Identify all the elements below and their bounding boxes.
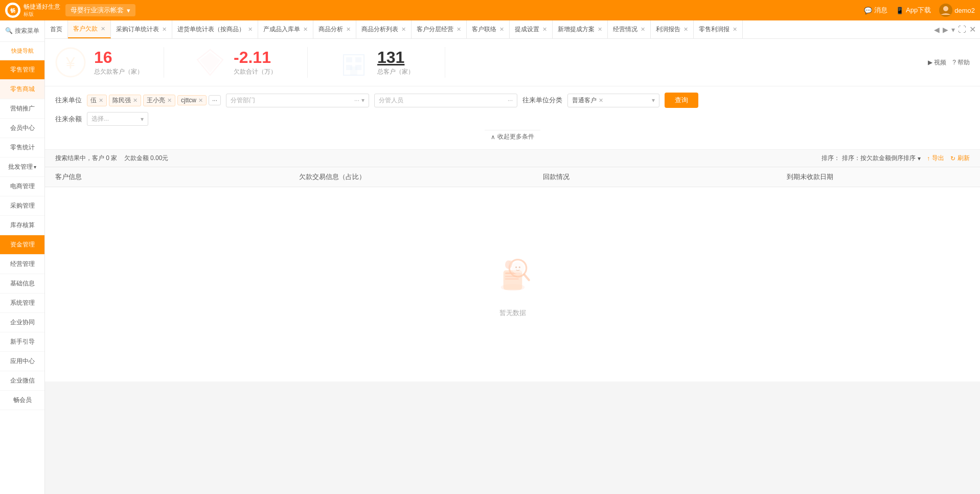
message-icon: 💬 bbox=[864, 7, 872, 14]
sidebar-item-inventory[interactable]: 库存核算 bbox=[0, 216, 44, 235]
tab-product-inbound[interactable]: 产成品入库单 ✕ bbox=[258, 20, 313, 38]
tab-close-icon[interactable]: ✕ bbox=[598, 26, 602, 33]
tab-close-icon[interactable]: ✕ bbox=[542, 26, 547, 33]
tab-close-icon[interactable]: ✕ bbox=[499, 26, 504, 33]
tab-commission-settings[interactable]: 提成设置 ✕ bbox=[510, 20, 553, 38]
tab-customer-contact[interactable]: 客户联络 ✕ bbox=[467, 20, 510, 38]
tab-new-commission[interactable]: 新增提成方案 ✕ bbox=[553, 20, 608, 38]
tag-close-chen[interactable]: ✕ bbox=[133, 97, 138, 104]
sidebar-item-guide[interactable]: 新手引导 bbox=[0, 332, 44, 352]
tab-close-icon[interactable]: ✕ bbox=[401, 26, 406, 33]
tag-close-wang[interactable]: ✕ bbox=[167, 97, 172, 104]
logo-icon: 畅 bbox=[5, 3, 20, 18]
tab-home[interactable]: 首页 bbox=[45, 20, 68, 38]
unit-type-label: 往来单位分类 bbox=[522, 96, 562, 105]
tab-bar-actions: ◀ ▶ ▾ ⛶ ✕ bbox=[930, 25, 980, 34]
tab-close-icon[interactable]: ✕ bbox=[683, 26, 688, 33]
tab-close-icon[interactable]: ✕ bbox=[303, 26, 308, 33]
col-header-2: 欠款交易信息（占比） bbox=[299, 172, 543, 182]
tab-product-analysis[interactable]: 商品分析 ✕ bbox=[313, 20, 356, 38]
tab-close-icon[interactable]: ✕ bbox=[641, 26, 645, 33]
sidebar-item-purchase[interactable]: 采购管理 bbox=[0, 196, 44, 216]
tab-retail-profit[interactable]: 零售利润报 ✕ bbox=[694, 20, 743, 38]
app-download-btn[interactable]: 📱 App下载 bbox=[896, 6, 931, 15]
video-link[interactable]: ▶ 视频 bbox=[928, 58, 946, 67]
tab-profit-report[interactable]: 利润报告 ✕ bbox=[651, 20, 694, 38]
sidebar: 🔍 搜索菜单 快捷导航 零售管理 零售商城 营销推广 会员中心 零售统计 批发管… bbox=[0, 20, 45, 494]
tab-close-icon[interactable]: ✕ bbox=[733, 26, 737, 33]
tab-customer-debt[interactable]: 客户欠款 ✕ bbox=[68, 20, 111, 38]
sidebar-item-basic-info[interactable]: 基础信息 bbox=[0, 274, 44, 294]
logo-area: 畅 畅捷通好生意 标版 bbox=[5, 3, 60, 18]
stat-value-total: 131 bbox=[377, 49, 414, 65]
messages-btn[interactable]: 💬 消息 bbox=[864, 6, 887, 15]
sort-select[interactable]: 排序： 排序：按欠款金额倒序排序 ▾ bbox=[822, 154, 921, 163]
chevron-down-icon: ▾ bbox=[652, 97, 655, 104]
tab-product-analysis-list[interactable]: 商品分析列表 ✕ bbox=[356, 20, 412, 38]
svg-rect-18 bbox=[505, 278, 519, 280]
balance-dropdown[interactable]: 选择... ▾ bbox=[87, 112, 148, 126]
dept-select[interactable]: 分管部门 ··· ▾ bbox=[226, 94, 369, 107]
tab-next-icon[interactable]: ▶ bbox=[943, 26, 948, 34]
tag-close-cjttcw[interactable]: ✕ bbox=[198, 97, 203, 104]
unit-label: 往来单位 bbox=[55, 96, 82, 105]
svg-point-23 bbox=[508, 260, 512, 265]
svg-text:¥: ¥ bbox=[65, 54, 75, 72]
sidebar-item-enterprise[interactable]: 企业协同 bbox=[0, 313, 44, 332]
sidebar-item-system[interactable]: 系统管理 bbox=[0, 294, 44, 313]
export-btn[interactable]: ↑ 导出 bbox=[927, 154, 944, 163]
tab-close-icon[interactable]: ✕ bbox=[457, 26, 461, 33]
sidebar-item-wholesale[interactable]: 批发管理 ▾ bbox=[0, 158, 44, 177]
sidebar-item-ecommerce[interactable]: 电商管理 bbox=[0, 177, 44, 196]
svg-rect-10 bbox=[355, 57, 361, 62]
person-select[interactable]: 分管人员 ··· bbox=[374, 94, 517, 107]
sort-icon: 排序： bbox=[822, 154, 840, 163]
tab-menu-icon[interactable]: ▾ bbox=[951, 26, 955, 34]
stat-block-customers: ¥ 16 总欠款客户（家） bbox=[55, 47, 164, 78]
help-link[interactable]: ? 帮助 bbox=[952, 58, 970, 67]
unit-type-select[interactable]: 普通客户 ✕ ▾ bbox=[567, 94, 659, 107]
avatar bbox=[939, 4, 952, 17]
tab-operations[interactable]: 经营情况 ✕ bbox=[608, 20, 651, 38]
refresh-btn[interactable]: ↻ 刷新 bbox=[950, 154, 970, 163]
sidebar-item-app-center[interactable]: 应用中心 bbox=[0, 352, 44, 371]
tab-expand-icon[interactable]: ⛶ bbox=[958, 25, 966, 34]
tab-close-icon[interactable]: ✕ bbox=[248, 26, 253, 33]
filter-row-2: 往来余额 选择... ▾ bbox=[55, 112, 970, 126]
tab-close-icon[interactable]: ✕ bbox=[101, 26, 105, 32]
chevron-down-icon: ▾ bbox=[141, 116, 144, 123]
page-content: ¥ 16 总欠款客户（家） bbox=[45, 39, 980, 494]
tab-close-all-icon[interactable]: ✕ bbox=[969, 25, 976, 34]
chevron-icon: ▾ bbox=[34, 164, 36, 170]
sidebar-item-operations[interactable]: 经营管理 bbox=[0, 255, 44, 274]
user-profile[interactable]: demo2 bbox=[939, 4, 975, 17]
sidebar-item-finance[interactable]: 资金管理 bbox=[0, 235, 44, 255]
collapse-btn[interactable]: ∧ 收起更多条件 bbox=[485, 130, 540, 143]
search-menu-btn[interactable]: 🔍 搜索菜单 bbox=[4, 25, 40, 37]
filter-more-btn[interactable]: ··· bbox=[209, 95, 221, 105]
sidebar-item-retail-mall[interactable]: 零售商城 bbox=[0, 80, 44, 99]
sidebar-item-retail-mgmt[interactable]: 零售管理 bbox=[0, 60, 44, 80]
filter-tag-chen: 陈民强 ✕ bbox=[109, 95, 141, 106]
unit-type-close[interactable]: ✕ bbox=[599, 97, 603, 104]
tab-close-icon[interactable]: ✕ bbox=[162, 26, 167, 33]
stat-actions: ▶ 视频 ? 帮助 bbox=[928, 58, 970, 67]
tab-customer-tier[interactable]: 客户分层经营 ✕ bbox=[412, 20, 467, 38]
sidebar-quick-nav[interactable]: 快捷导航 bbox=[0, 42, 44, 60]
sidebar-item-member[interactable]: 会员中心 bbox=[0, 119, 44, 138]
store-selector[interactable]: 母婴行业演示帐套 ▾ bbox=[65, 4, 135, 16]
sidebar-item-changyunyuan[interactable]: 畅会员 bbox=[0, 391, 44, 410]
query-button[interactable]: 查询 bbox=[665, 93, 698, 108]
svg-point-20 bbox=[512, 262, 523, 274]
sidebar-item-wechat[interactable]: 企业微信 bbox=[0, 371, 44, 391]
tab-purchase-order[interactable]: 采购订单统计表 ✕ bbox=[111, 20, 172, 38]
sidebar-item-retail-stats[interactable]: 零售统计 bbox=[0, 138, 44, 158]
tab-close-icon[interactable]: ✕ bbox=[346, 26, 351, 33]
sidebar-item-marketing[interactable]: 营销推广 bbox=[0, 99, 44, 119]
col-header-3: 回款情况 bbox=[543, 172, 787, 182]
tab-purchase-stats[interactable]: 进货单统计表（按商品） ✕ bbox=[172, 20, 258, 38]
stat-block-total: 131 总客户（家） bbox=[308, 47, 445, 78]
tab-prev-icon[interactable]: ◀ bbox=[934, 26, 940, 34]
tag-close-wu[interactable]: ✕ bbox=[99, 97, 103, 104]
filter-tags: 伍 ✕ 陈民强 ✕ 王小亮 ✕ cjttcw ✕ bbox=[87, 95, 221, 106]
